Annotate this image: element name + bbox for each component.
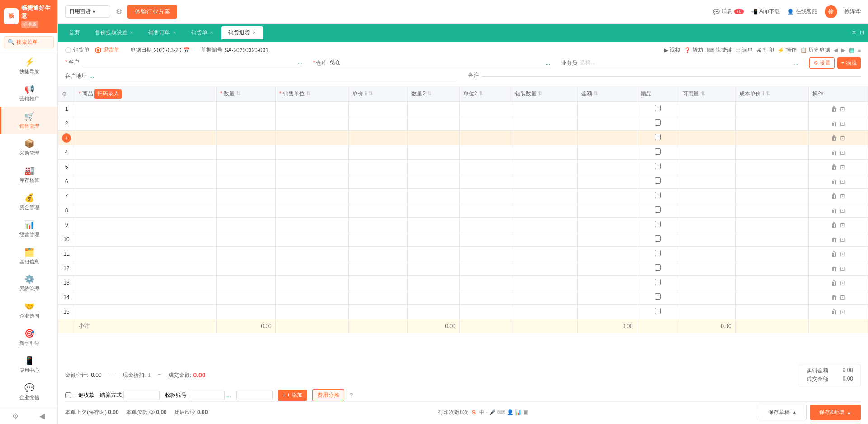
price-cell-3[interactable] [349,131,408,145]
amount-cell-10[interactable] [577,232,637,247]
available-cell-6[interactable] [679,174,735,189]
save-new-button[interactable]: 保存&新增 ▲ [810,405,861,420]
copy-row-button-7[interactable]: ⊡ [840,192,845,200]
qty-cell-14[interactable] [216,290,275,305]
unit-cell-13[interactable] [275,276,349,290]
product-cell-14[interactable] [75,290,217,305]
qty2-cell-2[interactable] [408,116,459,131]
pkg-cell-15[interactable] [511,305,578,319]
available-cell-12[interactable] [679,261,735,276]
gift-checkbox-13[interactable] [655,279,661,285]
qty2-cell-13[interactable] [408,276,459,290]
available-cell-3[interactable] [679,131,735,145]
sidebar-item-basic[interactable]: 🗂️ 基础信息 [0,243,57,270]
gift-checkbox-12[interactable] [655,264,661,271]
copy-row-button-10[interactable]: ⊡ [840,236,845,243]
gift-checkbox-15[interactable] [655,308,661,314]
copy-row-button-6[interactable]: ⊡ [840,178,845,185]
tab-sales-order[interactable]: 销售订单 × [141,26,183,39]
qty2-cell-14[interactable] [408,290,459,305]
product-input-3[interactable] [79,135,212,141]
available-cell-4[interactable] [679,145,735,160]
save-draft-button[interactable]: 保存草稿 ▲ [759,405,807,420]
qty2-cell-7[interactable] [408,189,459,203]
amount-input[interactable] [236,391,273,400]
unit-cell-5[interactable] [275,160,349,174]
unit2-cell-6[interactable] [459,174,511,189]
product-cell-10[interactable] [75,232,217,247]
tab-close-sales-order[interactable]: × [173,30,175,35]
available-cell-13[interactable] [679,276,735,290]
gift-checkbox-6[interactable] [655,177,661,184]
sidebar-item-system[interactable]: ⚙️ 系统管理 [0,270,57,297]
qty-cell-10[interactable] [216,232,275,247]
available-cell-5[interactable] [679,160,735,174]
gift-checkbox-9[interactable] [655,221,661,227]
delete-row-button-10[interactable]: 🗑 [831,236,837,243]
qty-cell-11[interactable] [216,247,275,261]
warehouse-input[interactable]: 总仓 ... [330,57,550,68]
amount-cell-5[interactable] [577,160,637,174]
unit2-cell-11[interactable] [459,247,511,261]
online-service-button[interactable]: 👤 在线客服 [787,8,817,15]
amount-cell-8[interactable] [577,203,637,218]
tab-close-sales-delivery[interactable]: × [210,30,213,35]
price-cell-8[interactable] [349,203,408,218]
qty-cell-5[interactable] [216,160,275,174]
cost-cell-14[interactable] [735,290,808,305]
price-cell-12[interactable] [349,261,408,276]
available-cell-9[interactable] [679,218,735,232]
qty-cell-7[interactable] [216,189,275,203]
gift-checkbox-11[interactable] [655,250,661,256]
add-row-button[interactable]: + [62,133,71,143]
price-cell-7[interactable] [349,189,408,203]
qty-cell-6[interactable] [216,174,275,189]
pkg-cell-9[interactable] [511,218,578,232]
amount-cell-13[interactable] [577,276,637,290]
sidebar-item-inventory[interactable]: 🏭 库存核算 [0,161,57,188]
restore-window-icon[interactable]: ⊡ [860,29,864,36]
qty-cell-12[interactable] [216,261,275,276]
customer-dots[interactable]: ... [298,59,302,65]
product-cell-11[interactable] [75,247,217,261]
nav-prev-icon[interactable]: ◀ [834,47,838,53]
payment-checkbox-input[interactable] [65,392,71,398]
radio-delivery[interactable]: 销货单 [65,46,90,54]
column-settings-icon[interactable]: ⚙ [62,91,67,97]
nav-next-icon[interactable]: ▶ [841,47,845,53]
cost-cell-10[interactable] [735,232,808,247]
pkg-cell-3[interactable] [511,131,578,145]
toolbar-select[interactable]: ☰ 选单 [736,46,753,54]
product-cell-1[interactable] [75,102,217,116]
amount-cell-15[interactable] [577,305,637,319]
tab-sales-delivery[interactable]: 销货单 × [184,26,220,39]
qty2-cell-6[interactable] [408,174,459,189]
copy-row-button-4[interactable]: ⊡ [840,149,845,156]
unit-cell-6[interactable] [275,174,349,189]
qty2-cell-10[interactable] [408,232,459,247]
unit2-cell-14[interactable] [459,290,511,305]
pkg-cell-10[interactable] [511,232,578,247]
unit2-cell-9[interactable] [459,218,511,232]
search-menu-button[interactable]: 🔍 搜索菜单 [4,36,54,48]
copy-row-button-3[interactable]: ⊡ [840,134,845,142]
unit-cell-11[interactable] [275,247,349,261]
cost-cell-7[interactable] [735,189,808,203]
account-input[interactable] [189,391,225,400]
gift-checkbox-7[interactable] [655,192,661,198]
amount-cell-6[interactable] [577,174,637,189]
salesperson-input[interactable]: 选择... ... [580,57,798,68]
unit-cell-4[interactable] [275,145,349,160]
qty2-cell-5[interactable] [408,160,459,174]
price-cell-13[interactable] [349,276,408,290]
product-cell-9[interactable] [75,218,217,232]
unit-cell-12[interactable] [275,261,349,276]
qty-cell-1[interactable] [216,102,275,116]
radio-return[interactable]: 退货单 [95,46,119,54]
date-value[interactable]: 2023-03-20 [154,47,181,53]
available-cell-2[interactable] [679,116,735,131]
gift-checkbox-1[interactable] [655,105,661,111]
amount-cell-9[interactable] [577,218,637,232]
pkg-cell-2[interactable] [511,116,578,131]
delete-row-button-12[interactable]: 🗑 [831,265,837,272]
